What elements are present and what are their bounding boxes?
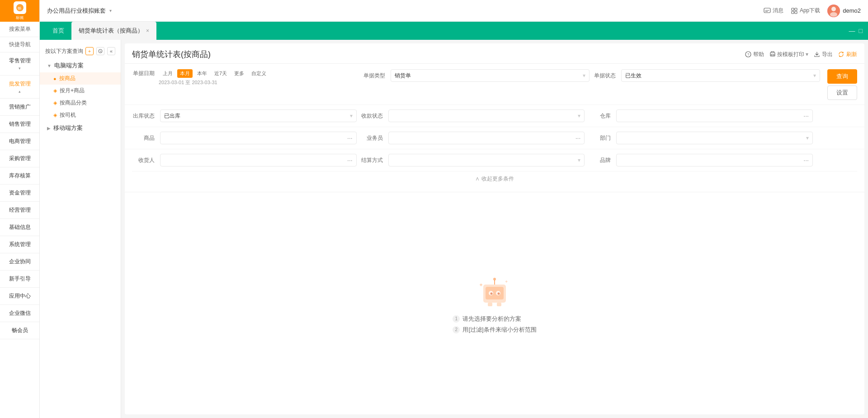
sidebar-item-enterprise-wechat[interactable]: 企业微信 <box>0 305 39 322</box>
svg-rect-4 <box>795 8 797 10</box>
sidebar-item-operations-mgmt[interactable]: 经营管理 <box>0 202 39 219</box>
export-btn[interactable]: 导出 <box>814 51 833 58</box>
sidebar-logo[interactable]: 畅 标账 <box>0 0 39 22</box>
collapse-panel-btn[interactable]: « <box>107 47 115 55</box>
sidebar-item-inventory[interactable]: 库存核算 <box>0 167 39 185</box>
tree-mobile-node[interactable]: ▶ 移动端方案 <box>40 121 121 135</box>
stock-status-value: 已出库 <box>164 112 180 120</box>
tree-by-cashier[interactable]: ◈ 按司机 <box>40 109 121 121</box>
doc-type-select[interactable]: 销货单 ▾ <box>391 69 590 82</box>
help-icon: ? <box>745 51 751 57</box>
by-goods-label: 按商品 <box>59 75 75 82</box>
header-title: 办公用品行业模拟账套 <box>47 7 106 15</box>
tab-close-btn[interactable]: × <box>146 28 149 34</box>
warehouse-input[interactable]: ··· <box>616 109 813 122</box>
tree-by-goods[interactable]: ● 按商品 <box>40 72 121 85</box>
sidebar-item-finance-mgmt[interactable]: 资金管理 <box>0 185 39 202</box>
scheme-tree: ▼ 电脑端方案 ● 按商品 ◈ 按月+商品 ◈ 按商品分类 ◈ 按司机 <box>40 59 121 135</box>
doc-status-select[interactable]: 已生效 ▾ <box>621 69 820 82</box>
retail-mgmt-arrow: ▾ <box>19 66 21 71</box>
warehouse-dots[interactable]: ··· <box>803 112 809 119</box>
department-select[interactable]: ▾ <box>616 132 813 144</box>
svg-rect-6 <box>795 11 797 14</box>
sidebar-item-sales-mgmt[interactable]: 销售管理 <box>0 116 39 133</box>
template-print-btn[interactable]: 按模板打印 ▾ <box>769 51 808 58</box>
receipt-status-select[interactable]: ▾ <box>388 109 585 122</box>
message-btn[interactable]: 消息 <box>764 7 783 14</box>
sidebar-item-onboarding[interactable]: 新手引导 <box>0 271 39 288</box>
refresh-btn[interactable]: 刷新 <box>838 51 857 58</box>
retail-mgmt-label: 零售管理 <box>9 57 31 65</box>
sidebar-item-shortcut-nav[interactable]: 快捷导航 <box>0 37 39 52</box>
by-month-goods-icon: ◈ <box>53 88 57 94</box>
last-7-days-btn[interactable]: 近7天 <box>212 69 230 78</box>
sidebar-item-app-center[interactable]: 应用中心 <box>0 288 39 305</box>
tab-home[interactable]: 首页 <box>45 22 71 40</box>
sidebar-item-ecommerce-mgmt[interactable]: 电商管理 <box>0 133 39 150</box>
sidebar-item-search-menu[interactable]: 搜索菜单 <box>0 22 39 37</box>
message-label: 消息 <box>773 7 783 14</box>
query-btn[interactable]: 查询 <box>827 69 857 84</box>
header-left: 办公用品行业模拟账套 ▾ <box>47 7 112 15</box>
tree-desktop-arrow: ▼ <box>47 63 52 68</box>
this-month-btn[interactable]: 本月 <box>177 69 193 78</box>
goods-label: 商品 <box>132 134 155 142</box>
user-menu-btn[interactable]: demo2 <box>827 5 861 17</box>
salesperson-input[interactable]: ··· <box>388 132 585 144</box>
sidebar-item-system-mgmt[interactable]: 系统管理 <box>0 236 39 253</box>
goods-dots[interactable]: ··· <box>347 134 353 142</box>
tab-maximize-btn[interactable]: □ <box>859 27 863 34</box>
print-icon <box>769 51 776 57</box>
brand-input[interactable]: ··· <box>616 154 813 166</box>
last-month-btn[interactable]: 上月 <box>160 69 175 78</box>
enterprise-wechat-label: 企业微信 <box>9 309 31 317</box>
tip-2-text: 用[过滤]条件来缩小分析范围 <box>462 326 536 334</box>
tab-bar-right: — □ <box>849 27 868 34</box>
stock-status-select[interactable]: 已出库 ▾ <box>160 109 357 122</box>
this-year-btn[interactable]: 本年 <box>194 69 210 78</box>
page-actions: ? 帮助 按模板打印 ▾ <box>745 51 857 58</box>
sidebar-item-vip-member[interactable]: 畅会员 <box>0 322 39 339</box>
add-scheme-btn[interactable]: + <box>85 47 94 55</box>
settings-btn[interactable]: 设置 <box>827 86 857 100</box>
doc-type-dropdown-icon: ▾ <box>583 72 585 79</box>
goods-input[interactable]: ··· <box>160 132 357 144</box>
header-dropdown-btn[interactable]: ▾ <box>109 8 112 13</box>
consignee-dots[interactable]: ··· <box>347 157 353 164</box>
sidebar-item-enterprise-collab[interactable]: 企业协同 <box>0 253 39 271</box>
sidebar-item-wholesale-mgmt[interactable]: 批发管理 ▴ <box>0 76 39 99</box>
svg-rect-5 <box>792 11 794 14</box>
app-download-btn[interactable]: App下载 <box>791 7 820 14</box>
sidebar-item-retail-mgmt[interactable]: 零售管理 ▾ <box>0 52 39 76</box>
tree-desktop-node[interactable]: ▼ 电脑端方案 <box>40 59 121 72</box>
collapse-more-label: ∧ 收起更多条件 <box>475 176 514 182</box>
template-print-dropdown[interactable]: ▾ <box>806 51 808 57</box>
by-cashier-icon: ◈ <box>53 112 57 118</box>
sidebar-item-basic-info[interactable]: 基础信息 <box>0 219 39 236</box>
by-cashier-label: 按司机 <box>60 111 76 119</box>
consignee-input[interactable]: ··· <box>160 154 357 166</box>
top-header: 办公用品行业模拟账套 ▾ 消息 App下载 <box>40 0 868 22</box>
sidebar-item-marketing[interactable]: 营销推广 <box>0 99 39 116</box>
basic-info-label: 基础信息 <box>9 223 31 231</box>
custom-btn[interactable]: 自定义 <box>249 69 269 78</box>
svg-point-20 <box>491 292 493 294</box>
tree-by-month-goods[interactable]: ◈ 按月+商品 <box>40 85 121 97</box>
more-btn[interactable]: 更多 <box>231 69 247 78</box>
tab-sales-stats[interactable]: 销货单统计表（按商品） × <box>71 22 156 40</box>
tab-minimize-btn[interactable]: — <box>849 27 855 34</box>
salesperson-dots[interactable]: ··· <box>576 134 581 142</box>
edit-scheme-btn[interactable]: ✎ <box>96 47 104 55</box>
sidebar-item-purchase-mgmt[interactable]: 采购管理 <box>0 150 39 167</box>
purchase-mgmt-label: 采购管理 <box>9 155 31 162</box>
payment-method-select[interactable]: ▾ <box>388 154 585 166</box>
filter-divider-2 <box>125 127 864 127</box>
doc-status-dropdown-icon: ▾ <box>813 72 816 79</box>
empty-tip-1: 1 请先选择要分析的方案 <box>453 315 536 323</box>
tree-by-goods-category[interactable]: ◈ 按商品分类 <box>40 97 121 109</box>
brand-dots[interactable]: ··· <box>803 157 809 164</box>
svg-point-9 <box>830 12 837 17</box>
collapse-more-btn[interactable]: ∧ 收起更多条件 <box>132 171 857 186</box>
help-btn[interactable]: ? 帮助 <box>745 51 764 58</box>
tree-mobile-arrow: ▶ <box>47 126 51 131</box>
